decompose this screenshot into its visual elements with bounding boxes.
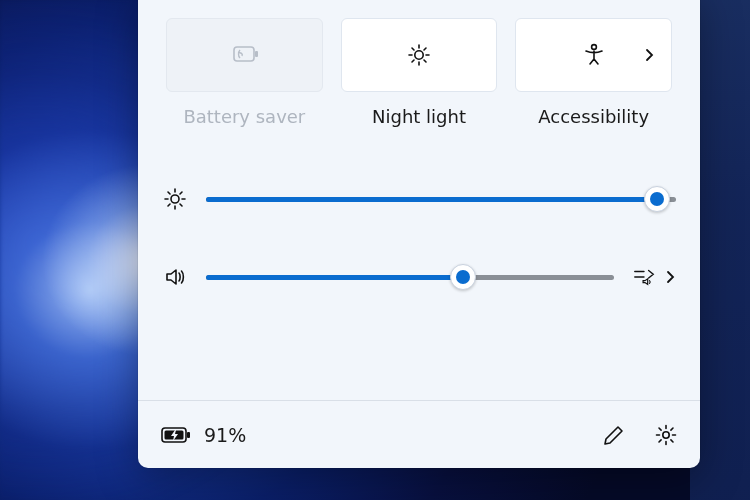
svg-rect-6 (187, 432, 190, 438)
brightness-slider[interactable] (206, 187, 676, 211)
quick-tiles-row: Battery saver Night light (138, 0, 700, 139)
night-light-icon (406, 42, 432, 68)
night-light-label: Night light (372, 106, 466, 127)
volume-thumb[interactable] (450, 264, 476, 290)
svg-rect-1 (255, 51, 258, 57)
gear-icon (654, 423, 678, 447)
sliders-section (138, 157, 700, 313)
chevron-right-icon[interactable] (664, 270, 676, 284)
volume-fill (206, 275, 463, 280)
chevron-right-icon (643, 48, 655, 62)
volume-extras (632, 265, 676, 289)
accessibility-label: Accessibility (538, 106, 649, 127)
edit-button[interactable] (602, 423, 626, 447)
quick-settings-panel: Battery saver Night light (138, 0, 700, 468)
accessibility-icon (581, 42, 607, 68)
volume-icon (162, 265, 188, 289)
accessibility-button[interactable] (515, 18, 672, 92)
battery-saver-icon (228, 44, 260, 66)
svg-point-8 (663, 431, 669, 437)
tile-battery-saver: Battery saver (166, 18, 323, 127)
brightness-row (162, 187, 676, 211)
battery-saver-label: Battery saver (183, 106, 305, 127)
battery-percent: 91% (204, 424, 246, 446)
tile-night-light: Night light (341, 18, 498, 127)
quick-settings-footer: 91% (138, 400, 700, 468)
battery-icon (160, 425, 192, 445)
tile-accessibility: Accessibility (515, 18, 672, 127)
battery-status[interactable]: 91% (160, 424, 246, 446)
audio-output-icon[interactable] (632, 265, 656, 289)
svg-point-4 (171, 195, 179, 203)
svg-point-3 (591, 45, 596, 50)
brightness-fill (206, 197, 657, 202)
night-light-button[interactable] (341, 18, 498, 92)
svg-point-2 (415, 51, 423, 59)
volume-slider[interactable] (206, 265, 614, 289)
settings-button[interactable] (654, 423, 678, 447)
brightness-icon (162, 187, 188, 211)
brightness-thumb[interactable] (644, 186, 670, 212)
pencil-icon (603, 424, 625, 446)
svg-rect-0 (234, 47, 254, 61)
volume-row (162, 265, 676, 289)
battery-saver-button (166, 18, 323, 92)
